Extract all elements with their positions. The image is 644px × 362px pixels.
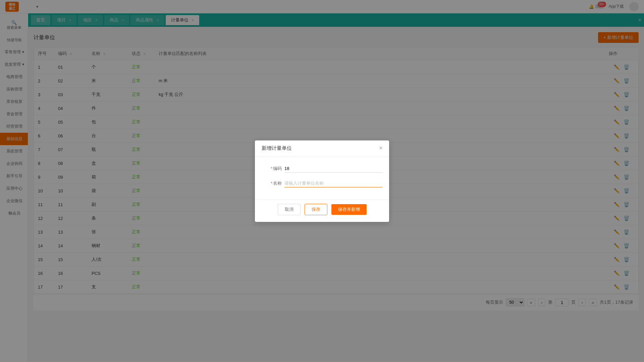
modal-footer: 取消 保存 保存并新增 — [255, 199, 389, 222]
form-item-code: 编码 — [262, 165, 382, 173]
modal-header: 新增计量单位 × — [255, 140, 389, 157]
name-label: 名称 — [262, 180, 282, 186]
form-item-name: 名称 — [262, 179, 382, 187]
add-unit-modal: 新增计量单位 × 编码 名称 取消 保存 保存并新增 — [255, 140, 389, 222]
save-add-button[interactable]: 保存并新增 — [331, 204, 367, 215]
code-label: 编码 — [262, 166, 282, 172]
code-input[interactable] — [284, 165, 382, 173]
modal-body: 编码 名称 — [255, 157, 389, 199]
cancel-button[interactable]: 取消 — [278, 204, 301, 215]
modal-title: 新增计量单位 — [262, 145, 292, 152]
name-input[interactable] — [284, 179, 382, 187]
modal-close-button[interactable]: × — [379, 145, 382, 151]
modal-overlay[interactable]: 新增计量单位 × 编码 名称 取消 保存 保存并新增 — [0, 0, 644, 362]
save-button[interactable]: 保存 — [305, 204, 327, 215]
